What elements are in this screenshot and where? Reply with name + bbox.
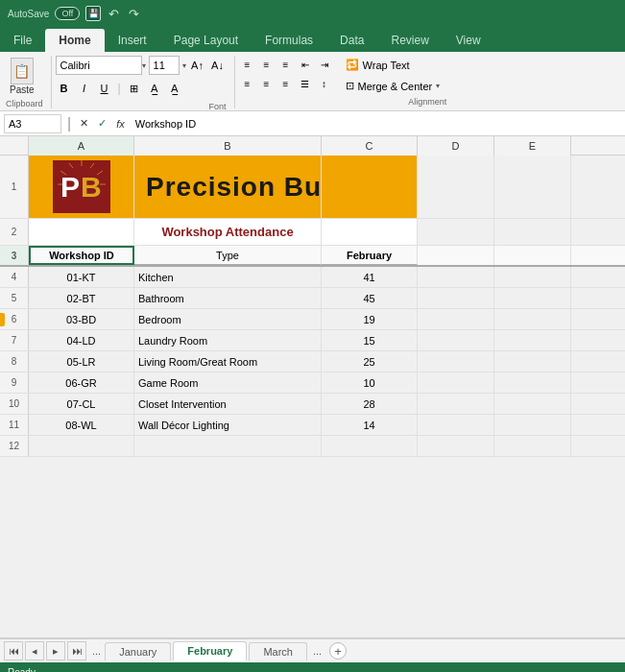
- cell-b7[interactable]: Laundry Room: [134, 330, 322, 350]
- cell-b5[interactable]: Bathroom: [134, 288, 322, 308]
- tab-insert[interactable]: Insert: [105, 29, 160, 52]
- cell-d5: [418, 288, 494, 308]
- col-header-a[interactable]: A: [29, 136, 134, 156]
- cancel-formula-button[interactable]: ✕: [77, 117, 91, 130]
- tab-january[interactable]: January: [105, 642, 171, 660]
- cell-c6[interactable]: 19: [322, 309, 418, 329]
- confirm-formula-button[interactable]: ✓: [95, 117, 109, 130]
- cell-e6: [494, 309, 571, 329]
- cell-b6[interactable]: Bedroom: [134, 309, 322, 329]
- tab-nav-prev-prev[interactable]: ⏮: [4, 641, 23, 660]
- tab-page-layout[interactable]: Page Layout: [160, 29, 252, 52]
- align-right-button[interactable]: ≡: [277, 75, 295, 92]
- cell-c3[interactable]: February: [322, 246, 418, 265]
- tab-nav-next[interactable]: ▸: [46, 641, 65, 660]
- cell-a10[interactable]: 07-CL: [29, 394, 134, 414]
- align-left-button[interactable]: ≡: [239, 75, 256, 92]
- cell-a5[interactable]: 02-BT: [29, 288, 134, 308]
- underline-button[interactable]: U: [96, 80, 113, 97]
- cell-a11[interactable]: 08-WL: [29, 415, 134, 435]
- row-1: 1 P: [0, 156, 625, 219]
- cell-d11: [418, 415, 494, 435]
- tab-nav-next-next[interactable]: ⏭: [67, 641, 86, 660]
- align-justify-button[interactable]: ☰: [297, 75, 314, 92]
- cell-a8[interactable]: 05-LR: [29, 351, 134, 372]
- col-header-d[interactable]: D: [418, 136, 494, 156]
- fill-color-button[interactable]: A̲: [146, 80, 163, 97]
- merge-center-button[interactable]: ⊡ Merge & Center ▾: [339, 77, 447, 95]
- row-6: 6 03-BD Bedroom 19: [0, 309, 625, 330]
- increase-indent-button[interactable]: ⇥: [316, 56, 333, 73]
- cell-b9[interactable]: Game Room: [134, 372, 322, 393]
- tab-formulas[interactable]: Formulas: [252, 29, 326, 52]
- col-header-c[interactable]: C: [322, 136, 418, 156]
- merge-arrow[interactable]: ▾: [436, 82, 440, 90]
- text-direction-button[interactable]: ↕: [316, 75, 333, 92]
- cell-b4[interactable]: Kitchen: [134, 267, 322, 287]
- font-name-dropdown[interactable]: ▾: [56, 56, 146, 75]
- decrease-indent-button[interactable]: ⇤: [297, 56, 314, 73]
- align-bottom-row: ≡ ≡ ≡ ☰ ↕: [239, 75, 333, 92]
- add-sheet-button[interactable]: +: [329, 642, 347, 660]
- tab-ellipsis-left[interactable]: ...: [88, 645, 105, 657]
- autosave-toggle[interactable]: Off: [55, 7, 80, 20]
- paste-button[interactable]: 📋 Paste: [6, 56, 38, 97]
- cell-b3[interactable]: Type: [134, 246, 322, 265]
- save-icon[interactable]: 💾: [85, 6, 101, 21]
- cell-c11[interactable]: 14: [322, 415, 418, 435]
- undo-button[interactable]: ↶: [108, 7, 119, 21]
- tab-file[interactable]: File: [0, 29, 45, 52]
- cell-b8[interactable]: Living Room/Great Room: [134, 351, 322, 372]
- tab-data[interactable]: Data: [326, 29, 377, 52]
- row-num-9: 9: [0, 372, 29, 393]
- cell-a6[interactable]: 03-BD: [29, 309, 134, 329]
- cell-c8[interactable]: 25: [322, 351, 418, 372]
- increase-font-button[interactable]: A↑: [189, 57, 206, 74]
- formula-input[interactable]: [132, 118, 621, 130]
- tab-view[interactable]: View: [443, 29, 494, 52]
- insert-function-button[interactable]: fx: [113, 118, 128, 130]
- cell-c5[interactable]: 45: [322, 288, 418, 308]
- cell-c4[interactable]: 41: [322, 267, 418, 287]
- cell-a12[interactable]: [29, 436, 134, 456]
- tab-march[interactable]: March: [249, 642, 307, 660]
- cell-a4[interactable]: 01-KT: [29, 267, 134, 287]
- cell-b2: Workshop Attendance: [134, 219, 322, 245]
- font-size-input[interactable]: [149, 56, 180, 75]
- align-center-button[interactable]: ≡: [258, 75, 276, 92]
- cell-b10[interactable]: Closet Intervention: [134, 394, 322, 414]
- tab-ellipsis-right[interactable]: ...: [309, 645, 325, 657]
- cell-a9[interactable]: 06-GR: [29, 372, 134, 393]
- border-button[interactable]: ⊞: [126, 80, 143, 97]
- align-top-right-button[interactable]: ≡: [277, 56, 295, 73]
- row-2: 2 Workshop Attendance: [0, 219, 625, 246]
- italic-button[interactable]: I: [76, 80, 93, 97]
- cell-b11[interactable]: Wall Décor Lighting: [134, 415, 322, 435]
- col-header-e[interactable]: E: [494, 136, 571, 156]
- font-size-arrow[interactable]: ▾: [182, 61, 186, 70]
- redo-button[interactable]: ↷: [129, 7, 139, 21]
- font-name-input[interactable]: [56, 56, 142, 75]
- cell-c10[interactable]: 28: [322, 394, 418, 414]
- wrap-text-button[interactable]: 🔁 Wrap Text: [339, 56, 447, 74]
- cell-reference[interactable]: A3: [4, 114, 61, 133]
- merge-icon: ⊡: [346, 80, 354, 92]
- align-top-left-button[interactable]: ≡: [239, 56, 256, 73]
- tab-nav-prev[interactable]: ◂: [25, 641, 44, 660]
- cell-a7[interactable]: 04-LD: [29, 330, 134, 350]
- tab-home[interactable]: Home: [45, 29, 104, 52]
- tab-review[interactable]: Review: [377, 29, 442, 52]
- font-name-arrow[interactable]: ▾: [142, 61, 146, 70]
- svg-text:P: P: [60, 171, 80, 203]
- cell-c7[interactable]: 15: [322, 330, 418, 350]
- tab-february[interactable]: February: [173, 641, 247, 661]
- row-4: 4 01-KT Kitchen 41: [0, 267, 625, 288]
- cell-c2: [322, 219, 418, 245]
- decrease-font-button[interactable]: A↓: [209, 57, 227, 74]
- col-header-b[interactable]: B: [134, 136, 322, 156]
- align-top-center-button[interactable]: ≡: [258, 56, 276, 73]
- font-color-button[interactable]: A̲: [166, 80, 183, 97]
- bold-button[interactable]: B: [56, 80, 73, 97]
- cell-c9[interactable]: 10: [322, 372, 418, 393]
- cell-a3[interactable]: Workshop ID: [29, 246, 134, 265]
